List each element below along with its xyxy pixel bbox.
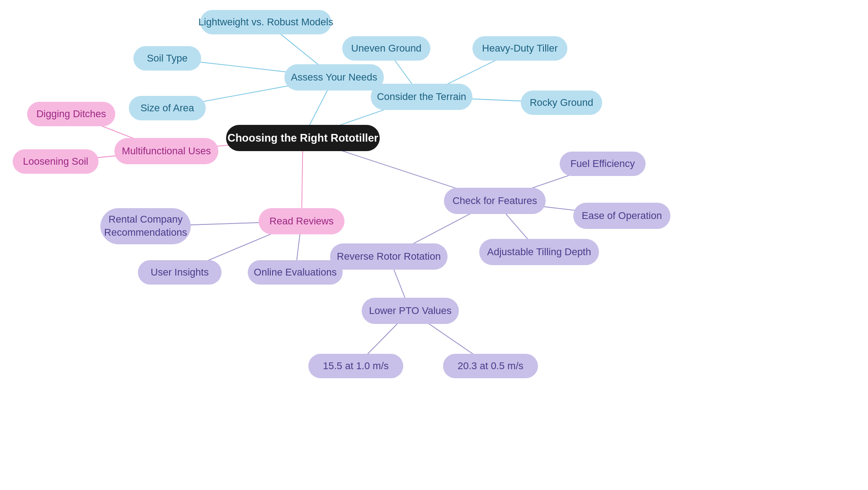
uneven-ground-node: Uneven Ground <box>342 36 430 61</box>
rental-company-label: Rental CompanyRecommendations <box>104 213 187 239</box>
value1-label: 15.5 at 1.0 m/s <box>323 360 389 372</box>
heavy-duty-tiller-label: Heavy-Duty Tiller <box>482 43 557 54</box>
online-evaluations-label: Online Evaluations <box>254 266 336 278</box>
uneven-ground-label: Uneven Ground <box>351 43 421 54</box>
value2-node: 20.3 at 0.5 m/s <box>443 354 538 378</box>
center-label: Choosing the Right Rototiller <box>227 132 378 144</box>
lower-pto-label: Lower PTO Values <box>369 305 452 317</box>
soil-type-node: Soil Type <box>133 46 201 71</box>
ease-of-operation-label: Ease of Operation <box>582 210 662 222</box>
ease-of-operation-node: Ease of Operation <box>573 203 670 229</box>
lower-pto-node: Lower PTO Values <box>362 298 459 324</box>
user-insights-label: User Insights <box>151 266 208 278</box>
loosening-soil-node: Loosening Soil <box>13 149 99 174</box>
read-reviews-node: Read Reviews <box>259 208 344 234</box>
loosening-soil-label: Loosening Soil <box>23 156 88 167</box>
fuel-efficiency-label: Fuel Efficiency <box>571 158 635 170</box>
user-insights-node: User Insights <box>138 260 222 285</box>
rocky-ground-node: Rocky Ground <box>521 90 602 115</box>
multifunctional-uses-label: Multifunctional Uses <box>122 145 211 157</box>
lightweight-robust-label: Lightweight vs. Robust Models <box>198 16 333 28</box>
consider-terrain-node: Consider the Terrain <box>371 84 472 110</box>
reverse-rotor-node: Reverse Rotor Rotation <box>330 243 448 270</box>
fuel-efficiency-node: Fuel Efficiency <box>560 152 646 176</box>
check-for-features-label: Check for Features <box>453 195 537 207</box>
size-of-area-label: Size of Area <box>141 102 194 114</box>
multifunctional-uses-node: Multifunctional Uses <box>114 138 218 164</box>
assess-your-needs-label: Assess Your Needs <box>291 71 377 83</box>
rocky-ground-label: Rocky Ground <box>530 97 594 109</box>
check-for-features-node: Check for Features <box>444 188 546 214</box>
read-reviews-label: Read Reviews <box>269 215 334 227</box>
soil-type-label: Soil Type <box>147 52 188 64</box>
size-of-area-node: Size of Area <box>129 96 206 120</box>
value2-label: 20.3 at 0.5 m/s <box>458 360 524 372</box>
lightweight-robust-node: Lightweight vs. Robust Models <box>200 10 331 34</box>
heavy-duty-tiller-node: Heavy-Duty Tiller <box>472 36 567 61</box>
digging-ditches-node: Digging Ditches <box>27 102 115 126</box>
value1-node: 15.5 at 1.0 m/s <box>308 354 403 378</box>
rental-company-node: Rental CompanyRecommendations <box>100 208 191 244</box>
consider-terrain-label: Consider the Terrain <box>377 91 467 103</box>
assess-your-needs-node: Assess Your Needs <box>284 64 384 90</box>
digging-ditches-label: Digging Ditches <box>36 108 106 120</box>
reverse-rotor-label: Reverse Rotor Rotation <box>337 251 441 262</box>
center-node: Choosing the Right Rototiller <box>226 125 380 151</box>
adjustable-tilling-node: Adjustable Tilling Depth <box>479 239 599 265</box>
adjustable-tilling-label: Adjustable Tilling Depth <box>487 246 591 258</box>
online-evaluations-node: Online Evaluations <box>248 260 343 285</box>
